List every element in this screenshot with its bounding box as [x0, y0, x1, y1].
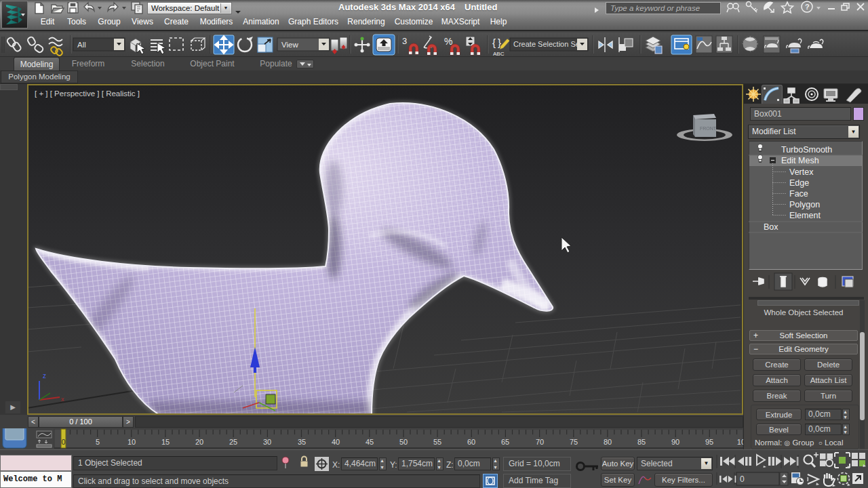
svg-text:100: 100	[737, 438, 743, 446]
svg-text:{ }: { }	[492, 37, 501, 48]
svg-text:All: All	[77, 41, 86, 49]
svg-text:50: 50	[399, 438, 408, 446]
svg-text:x: x	[61, 396, 64, 403]
svg-text:0: 0	[61, 438, 65, 446]
svg-text:90: 90	[671, 438, 679, 446]
svg-text:10: 10	[127, 438, 136, 446]
svg-text:Create Selection Se: Create Selection Se	[513, 40, 580, 48]
svg-text:40: 40	[332, 438, 340, 446]
svg-text:%: %	[444, 36, 452, 47]
svg-text:25: 25	[229, 438, 237, 446]
svg-text:Polygon: Polygon	[789, 200, 820, 209]
svg-text:70: 70	[536, 438, 544, 446]
svg-text:Vertex: Vertex	[789, 167, 814, 177]
svg-text:95: 95	[705, 438, 713, 446]
svg-text:35: 35	[298, 438, 306, 446]
svg-text:Face: Face	[789, 189, 808, 199]
svg-text:55: 55	[433, 438, 441, 446]
svg-text:30: 30	[263, 438, 271, 446]
svg-text:15: 15	[161, 438, 170, 446]
svg-text:Edge: Edge	[789, 178, 809, 188]
svg-text:75: 75	[570, 438, 578, 446]
svg-text:85: 85	[637, 438, 646, 446]
svg-text:20: 20	[195, 438, 203, 446]
svg-text:[ + ] [ Perspective ] [ Realis: [ + ] [ Perspective ] [ Realistic ]	[35, 89, 140, 98]
svg-text:?: ?	[805, 3, 810, 11]
svg-text:ABC: ABC	[493, 51, 505, 57]
svg-text:View: View	[281, 41, 298, 49]
svg-text:0: 0	[740, 474, 745, 484]
svg-text:65: 65	[501, 438, 509, 446]
svg-text:60: 60	[467, 438, 475, 446]
svg-text:TurboSmooth: TurboSmooth	[781, 145, 832, 155]
svg-text:5: 5	[96, 438, 100, 446]
svg-text:Element: Element	[789, 211, 821, 220]
svg-text:3: 3	[402, 36, 407, 46]
svg-text:z: z	[43, 372, 46, 380]
svg-text:FRONT: FRONT	[700, 126, 717, 131]
svg-text:Edit Mesh: Edit Mesh	[781, 156, 819, 165]
svg-text:Box: Box	[764, 222, 778, 232]
svg-text:80: 80	[604, 438, 612, 446]
svg-text:45: 45	[366, 438, 374, 446]
